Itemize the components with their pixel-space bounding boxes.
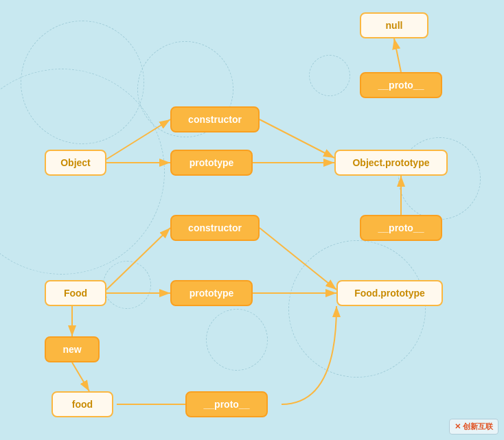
prototype-top-node: prototype	[170, 150, 253, 176]
food-node: Food	[45, 280, 106, 306]
svg-line-4	[260, 119, 334, 158]
svg-line-7	[106, 228, 170, 290]
prototype-mid-node: prototype	[170, 280, 253, 306]
watermark: ✕ 创新互联	[449, 419, 499, 435]
proto-top-node: __proto__	[360, 72, 442, 98]
constructor-top-node: constructor	[170, 106, 260, 132]
constructor-mid-node: constructor	[170, 215, 260, 241]
object-prototype-node: Object.prototype	[334, 150, 448, 176]
svg-line-2	[106, 119, 170, 159]
svg-line-1	[394, 38, 401, 72]
svg-line-12	[72, 362, 89, 391]
proto-mid-node: __proto__	[360, 215, 442, 241]
svg-line-9	[260, 228, 336, 290]
food-instance-node: food	[51, 391, 113, 417]
proto-bot-node: __proto__	[185, 391, 268, 417]
food-prototype-node: Food.prototype	[336, 280, 443, 306]
new-node: new	[45, 336, 100, 362]
null-node: null	[360, 12, 428, 38]
object-node: Object	[45, 150, 106, 176]
